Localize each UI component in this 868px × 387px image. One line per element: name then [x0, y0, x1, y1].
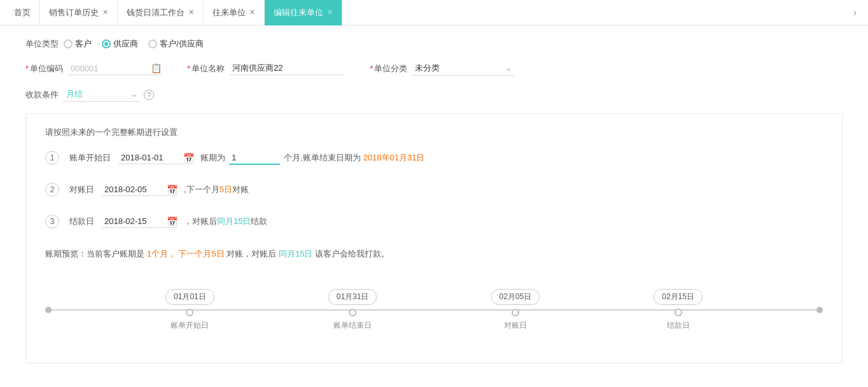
timeline-sub-2: 账单结束日	[333, 320, 372, 331]
timeline-sub-4: 结款日	[667, 320, 690, 331]
unit-category-value: 未分类	[415, 62, 501, 74]
step-row-2: 2 对账日 📅 ,下一个月5日 对账	[45, 183, 823, 197]
timeline-sub-1: 账单开始日	[171, 320, 209, 331]
step1-mid-text: 账期为	[200, 152, 225, 164]
step3-prefix: ，对账后	[184, 216, 217, 227]
step3-highlight: 同月15日	[217, 216, 251, 227]
step-row-3: 3 结款日 📅 ，对账后 同月15日 结款	[45, 215, 823, 229]
step1-suffix: 个月,账单结束日期为	[284, 152, 361, 164]
timeline-nodes: 01月01日 账单开始日 01月31日 账单结束日 02月05日 对账日	[45, 289, 823, 331]
copy-icon[interactable]: 📋	[151, 63, 162, 73]
timeline-dot-3	[512, 309, 519, 316]
help-icon[interactable]: ?	[144, 90, 154, 100]
timeline-dot-2	[349, 309, 356, 316]
page-content: 单位类型 客户 供应商 客户/供应商 * 单位编码	[0, 25, 868, 387]
timeline-badge-1: 01月01日	[165, 289, 214, 305]
timeline-badge-2: 01月31日	[328, 289, 377, 305]
payment-group: 收款条件 月结 ⌄ ?	[25, 87, 154, 102]
unit-name-input[interactable]	[230, 62, 344, 75]
unit-category-group: * 单位分类 未分类 ⌄	[370, 61, 514, 76]
payment-label: 收款条件	[25, 89, 59, 101]
unit-type-label: 单位类型	[25, 38, 59, 50]
radio-supplier[interactable]: 供应商	[102, 38, 138, 50]
step2-prefix: ,下一个月	[184, 184, 220, 195]
timeline-badge-3: 02月05日	[491, 289, 540, 305]
step3-date-input[interactable]	[102, 215, 165, 227]
step3-cal-icon[interactable]: 📅	[167, 216, 178, 227]
unit-code-label: 单位编码	[30, 63, 63, 74]
close-edit-partner[interactable]: ✕	[327, 8, 333, 17]
required-code: *	[25, 64, 29, 73]
unit-name-group: * 单位名称	[187, 62, 344, 75]
unit-category-select[interactable]: 未分类 ⌄	[412, 61, 514, 76]
timeline-right-end	[816, 307, 823, 313]
category-arrow-icon: ⌄	[505, 64, 512, 73]
unit-code-group: * 单位编码 📋	[25, 62, 162, 75]
tab-bar: 首页 销售订单历史 ✕ 钱货日清工作台 ✕ 往来单位 ✕ 编辑往来单位 ✕ ›	[0, 0, 868, 25]
tab-more-icon[interactable]: ›	[847, 7, 863, 18]
step3-suffix: 结款	[251, 216, 267, 227]
preview-mid2: 对账，对账后	[227, 249, 276, 258]
timeline-dot-4	[675, 309, 682, 316]
preview-period: 1个月，	[147, 249, 176, 258]
radio-group-unit-type: 客户 供应商 客户/供应商	[64, 38, 204, 50]
step1-period-input[interactable]	[229, 151, 280, 165]
unit-code-input-wrap: 📋	[68, 62, 162, 75]
unit-type-group: 单位类型 客户 供应商 客户/供应商	[25, 38, 204, 50]
radio-both[interactable]: 客户/供应商	[148, 38, 204, 50]
preview-end: 同月15日	[279, 249, 312, 258]
step-num-1: 1	[45, 151, 59, 165]
payment-select[interactable]: 月结 ⌄	[64, 87, 140, 102]
step-num-2: 2	[45, 183, 59, 197]
step-num-3: 3	[45, 215, 59, 229]
tab-partners[interactable]: 往来单位 ✕	[204, 0, 265, 25]
tab-home[interactable]: 首页	[5, 0, 40, 25]
info-row: * 单位编码 📋 * 单位名称 * 单位分类 未分类 ⌄	[25, 61, 843, 76]
step2-date-wrap: 📅	[102, 183, 178, 196]
tab-cashflow[interactable]: 钱货日清工作台 ✕	[118, 0, 204, 25]
close-cashflow[interactable]: ✕	[188, 8, 194, 17]
timeline-node-2: 01月31日 账单结束日	[328, 289, 377, 331]
step-label-1: 账单开始日	[69, 152, 111, 164]
unit-category-label: 单位分类	[374, 63, 407, 74]
step2-highlight: 5日	[220, 184, 232, 195]
preview-label: 账期预览：当前客户账期是	[45, 249, 144, 258]
unit-name-label: 单位名称	[192, 63, 225, 74]
preview-text-block: 账期预览：当前客户账期是 1个月， 下一个月5日 对账，对账后 同月15日 该客…	[45, 246, 823, 261]
radio-customer-circle	[64, 39, 73, 48]
unit-code-input[interactable]	[68, 62, 151, 74]
radio-supplier-circle	[102, 39, 111, 48]
radio-customer[interactable]: 客户	[64, 38, 92, 50]
unit-type-row: 单位类型 客户 供应商 客户/供应商	[25, 38, 843, 50]
payment-value: 月结	[66, 88, 127, 100]
close-partners[interactable]: ✕	[249, 8, 255, 17]
timeline-dot-1	[186, 309, 193, 316]
settings-panel: 请按照未来的一个完整帐期进行设置 1 账单开始日 📅 账期为 个月,账单结束日期…	[25, 113, 843, 363]
timeline-node-4: 02月15日 结款日	[654, 289, 703, 331]
close-sales-history[interactable]: ✕	[102, 8, 108, 17]
step2-date-input[interactable]	[102, 183, 165, 195]
timeline-node-1: 01月01日 账单开始日	[165, 289, 214, 331]
step-row-1: 1 账单开始日 📅 账期为 个月,账单结束日期为 2018年01月31日	[45, 151, 823, 165]
payment-arrow-icon: ⌄	[131, 90, 137, 99]
step1-cal-icon[interactable]: 📅	[183, 153, 194, 163]
payment-row: 收款条件 月结 ⌄ ?	[25, 87, 843, 102]
radio-both-circle	[148, 39, 157, 48]
step1-end-date: 2018年01月31日	[363, 152, 425, 164]
step1-date-input[interactable]	[118, 151, 182, 164]
step2-cal-icon[interactable]: 📅	[167, 185, 178, 195]
tab-edit-partner[interactable]: 编辑往来单位 ✕	[265, 0, 342, 25]
step-label-2: 对账日	[69, 184, 94, 195]
timeline: 01月01日 账单开始日 01月31日 账单结束日 02月05日 对账日	[45, 276, 823, 344]
panel-instruction: 请按照未来的一个完整帐期进行设置	[45, 127, 823, 138]
tab-sales-history[interactable]: 销售订单历史 ✕	[40, 0, 118, 25]
timeline-left-end	[45, 307, 52, 313]
required-name: *	[187, 64, 190, 73]
timeline-sub-3: 对账日	[504, 320, 527, 331]
timeline-node-3: 02月05日 对账日	[491, 289, 540, 331]
required-category: *	[370, 64, 373, 73]
timeline-badge-4: 02月15日	[654, 289, 703, 305]
step2-suffix: 对账	[232, 184, 249, 195]
step-label-3: 结款日	[69, 216, 94, 227]
preview-tail: 该客户会给我打款。	[315, 249, 389, 258]
